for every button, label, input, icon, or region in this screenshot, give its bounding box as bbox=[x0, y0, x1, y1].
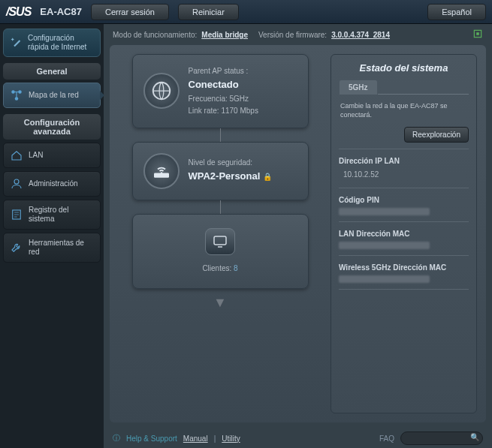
lock-icon: 🔒 bbox=[263, 173, 272, 181]
ap-status-value: Conectado bbox=[189, 77, 258, 93]
sidebar-item-admin[interactable]: Administración bbox=[3, 171, 101, 197]
language-button[interactable]: Español bbox=[427, 4, 486, 20]
svg-point-9 bbox=[160, 172, 162, 174]
mode-value[interactable]: Media bridge bbox=[201, 31, 248, 39]
rate-value: 1170 Mbps bbox=[221, 107, 258, 115]
status-title: Estado del sistema bbox=[339, 61, 469, 80]
monitor-icon bbox=[205, 228, 235, 255]
mode-label: Modo de funcionamiento: bbox=[113, 31, 197, 39]
parent-ap-card[interactable]: Parent AP status : Conectado Frecuencia:… bbox=[132, 54, 309, 128]
model-name: EA-AC87 bbox=[40, 6, 82, 17]
person-icon bbox=[10, 177, 23, 191]
chevron-down-icon[interactable]: ▼ bbox=[213, 295, 227, 311]
rescan-button[interactable]: Reexploración bbox=[404, 127, 469, 143]
pin-value-redacted bbox=[339, 208, 430, 215]
info-bar: Modo de funcionamiento: Media bridge Ver… bbox=[104, 24, 492, 45]
sidebar-item-lan[interactable]: LAN bbox=[3, 143, 101, 168]
reboot-button[interactable]: Reiniciar bbox=[178, 4, 239, 20]
wireless-mac-value-redacted bbox=[339, 275, 430, 283]
quick-setup-label: Configuración rápida de Internet bbox=[28, 34, 94, 52]
sidebar-item-network-map[interactable]: Mapa de la red bbox=[3, 83, 101, 108]
network-diagram: Parent AP status : Conectado Frecuencia:… bbox=[119, 54, 321, 413]
clients-card[interactable]: Clientes: 8 bbox=[132, 214, 309, 289]
firmware-label: Versión de firmware: bbox=[258, 31, 327, 39]
wrench-icon bbox=[10, 241, 23, 254]
quick-setup-button[interactable]: Configuración rápida de Internet bbox=[3, 29, 101, 57]
lan-mac-label: LAN Dirección MAC bbox=[339, 230, 469, 238]
sidebar: Configuración rápida de Internet General… bbox=[0, 24, 104, 448]
lan-ip-label: Dirección IP LAN bbox=[339, 157, 469, 165]
status-indicator-icon[interactable] bbox=[472, 29, 483, 41]
firmware-value[interactable]: 3.0.0.4.374_2814 bbox=[331, 31, 390, 39]
connector-line bbox=[220, 128, 221, 142]
clients-label: Clientes: bbox=[202, 264, 231, 272]
utility-link[interactable]: Utility bbox=[222, 434, 240, 443]
svg-point-3 bbox=[14, 179, 19, 184]
system-status-panel: Estado del sistema 5GHz Cambie la red a … bbox=[331, 54, 477, 413]
sidebar-item-syslog[interactable]: Registro del sistema bbox=[3, 200, 101, 230]
lan-mac-value-redacted bbox=[339, 242, 430, 249]
sidebar-item-nettools[interactable]: Herramientas de red bbox=[3, 233, 101, 263]
sidebar-advanced-header: Configuración avanzada bbox=[3, 114, 101, 140]
clients-value: 8 bbox=[234, 264, 238, 272]
connector-line bbox=[220, 200, 221, 214]
status-note: Cambie la red a la que EA-AC87 se conect… bbox=[339, 95, 469, 127]
faq-link[interactable]: FAQ bbox=[379, 434, 394, 443]
log-icon bbox=[10, 208, 23, 221]
tab-5ghz[interactable]: 5GHz bbox=[339, 80, 378, 95]
freq-value: 5GHz bbox=[230, 95, 249, 103]
ap-status-label: Parent AP status : bbox=[189, 65, 258, 77]
pin-label: Código PIN bbox=[339, 196, 469, 204]
sidebar-item-label: Mapa de la red bbox=[29, 91, 79, 100]
lan-ip-value: 10.10.2.52 bbox=[339, 167, 469, 182]
sidebar-item-label: LAN bbox=[29, 151, 43, 160]
sidebar-item-label: Herramientas de red bbox=[29, 239, 94, 257]
wand-icon bbox=[10, 36, 23, 50]
sidebar-general-header: General bbox=[3, 63, 101, 80]
sidebar-item-label: Registro del sistema bbox=[29, 206, 94, 224]
svg-rect-6 bbox=[476, 32, 479, 35]
manual-link[interactable]: Manual bbox=[183, 434, 208, 443]
header-bar: /SUS EA-AC87 Cerrar sesión Reiniciar Esp… bbox=[0, 0, 492, 24]
search-input[interactable] bbox=[400, 431, 483, 445]
router-icon bbox=[143, 153, 180, 189]
logout-button[interactable]: Cerrar sesión bbox=[91, 4, 169, 20]
footer-bar: ⓘ Help & Support Manual | Utility FAQ bbox=[104, 428, 492, 448]
router-card[interactable]: Nivel de seguridad: WPA2-Personal🔒 bbox=[132, 142, 309, 200]
info-icon: ⓘ bbox=[113, 433, 120, 443]
security-value: WPA2-Personal bbox=[189, 170, 261, 182]
wireless-mac-label: Wireless 5GHz Dirección MAC bbox=[339, 263, 469, 272]
house-icon bbox=[10, 149, 23, 162]
security-label: Nivel de seguridad: bbox=[189, 157, 273, 169]
network-map-icon bbox=[10, 89, 23, 102]
svg-rect-10 bbox=[214, 236, 226, 245]
brand-logo: /SUS bbox=[6, 5, 31, 19]
globe-icon bbox=[143, 73, 180, 109]
sidebar-item-label: Administración bbox=[29, 179, 78, 188]
help-support-link[interactable]: Help & Support bbox=[126, 434, 177, 443]
